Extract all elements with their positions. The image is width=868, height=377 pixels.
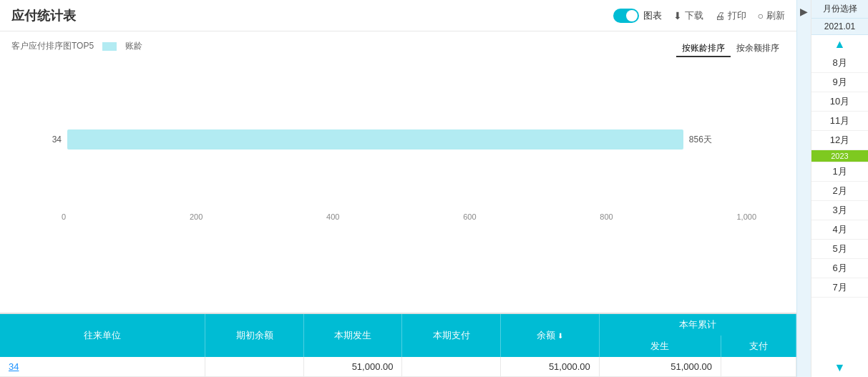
sidebar-toggle-arrow[interactable]: ▶: [796, 0, 811, 377]
x-tick-600: 600: [463, 212, 476, 221]
chart-legend: 客户应付排序图TOP5 账龄: [11, 40, 142, 52]
cell-balance: 51,000.00: [501, 357, 600, 377]
table-section: 往来单位 期初余额 本期发生 本期支付 余额 ⬇ 本年累计 发生 支付: [0, 313, 796, 377]
bar-fill: [67, 129, 683, 150]
print-label: 打印: [728, 9, 746, 22]
legend-label: 客户应付排序图TOP5: [11, 40, 94, 52]
month-down-button[interactable]: ▼: [833, 360, 847, 376]
table-row: 34 51,000.00 51,000.00 51,000.00: [0, 357, 796, 377]
download-label: 下载: [685, 9, 703, 22]
month-item[interactable]: 11月: [811, 112, 868, 131]
x-tick-1000: 1,000: [736, 212, 756, 221]
refresh-icon: ○: [758, 10, 764, 21]
bar-y-label: 34: [40, 134, 62, 145]
legend-box: [102, 42, 117, 51]
cell-vendor[interactable]: 34: [0, 357, 205, 377]
sidebar-nav-down: ▼: [811, 358, 868, 377]
x-tick-800: 800: [600, 212, 613, 221]
month-up-button[interactable]: ▲: [833, 36, 847, 52]
refresh-label: 刷新: [766, 9, 785, 22]
month-item[interactable]: 9月: [811, 73, 868, 92]
chart-toggle[interactable]: [613, 9, 639, 23]
col-vendor: 往来单位: [0, 314, 205, 357]
sidebar-nav-up: ▲: [811, 35, 868, 54]
chart-header-row: 客户应付排序图TOP5 账龄 按账龄排序 按余额排序: [11, 40, 785, 58]
month-item[interactable]: 4月: [811, 220, 868, 240]
table-wrapper: 往来单位 期初余额 本期发生 本期支付 余额 ⬇ 本年累计 发生 支付: [0, 314, 796, 377]
bar-track: 34 856天 0 200 400 600 800 1,000: [40, 85, 756, 221]
data-table: 往来单位 期初余额 本期发生 本期支付 余额 ⬇ 本年累计 发生 支付: [0, 314, 796, 377]
x-tick-200: 200: [190, 212, 203, 221]
print-icon: 🖨: [715, 10, 725, 21]
month-item[interactable]: 12月: [811, 131, 868, 150]
download-button[interactable]: ⬇ 下载: [673, 9, 703, 22]
sort-by-amount-button[interactable]: 按余额排序: [731, 41, 785, 57]
chart-area: 客户应付排序图TOP5 账龄 按账龄排序 按余额排序 34 856天 0: [0, 31, 796, 313]
bar-chart: 34 856天 0 200 400 600 800 1,000: [11, 64, 785, 250]
chart-toggle-wrapper: 图表: [613, 9, 662, 23]
download-icon: ⬇: [673, 10, 682, 21]
refresh-button[interactable]: ○ 刷新: [758, 9, 785, 22]
col-current-occur: 本期发生: [303, 314, 402, 357]
month-item[interactable]: 3月: [811, 201, 868, 220]
bar-row: 34 856天: [40, 129, 756, 150]
balance-icon: ⬇: [557, 332, 563, 340]
x-tick-400: 400: [326, 212, 339, 221]
col-balance: 余额 ⬇: [501, 314, 600, 357]
sidebar: 月份选择 2021.01 ▲ 8月9月10月11月12月20231月2月3月4月…: [811, 0, 868, 377]
col-opening: 期初余额: [205, 314, 304, 357]
month-item[interactable]: 10月: [811, 92, 868, 112]
cell-opening: [205, 357, 304, 377]
chart-sort-buttons: 按账龄排序 按余额排序: [676, 41, 785, 57]
cell-ytd-occur: 51,000.00: [599, 357, 721, 377]
sort-by-balance-button[interactable]: 按账龄排序: [676, 41, 731, 57]
month-item[interactable]: 2月: [811, 182, 868, 201]
x-tick-0: 0: [62, 212, 66, 221]
month-list: 8月9月10月11月12月20231月2月3月4月5月6月7月: [811, 54, 868, 358]
page-title: 应付统计表: [11, 7, 76, 24]
cell-current-occur: 51,000.00: [303, 357, 402, 377]
cell-current-pay: [402, 357, 501, 377]
month-item[interactable]: 8月: [811, 54, 868, 73]
col-ytd-occur: 发生: [599, 336, 721, 357]
month-item[interactable]: 7月: [811, 278, 868, 298]
main-content: 应付统计表 图表 ⬇ 下载 🖨 打印 ○ 刷新 客户应付排序图TOP5: [0, 0, 796, 377]
month-item[interactable]: 5月: [811, 240, 868, 259]
x-axis: 0 200 400 600 800 1,000: [62, 212, 756, 221]
month-item[interactable]: 6月: [811, 259, 868, 278]
sidebar-container: ▶ 月份选择 2021.01 ▲ 8月9月10月11月12月20231月2月3月…: [796, 0, 868, 377]
col-current-pay: 本期支付: [402, 314, 501, 357]
col-ytd: 本年累计: [599, 314, 796, 336]
legend-box-label: 账龄: [125, 40, 142, 52]
col-ytd-pay: 支付: [721, 336, 796, 357]
chart-toggle-label: 图表: [643, 9, 662, 22]
cell-ytd-pay: [721, 357, 796, 377]
header: 应付统计表 图表 ⬇ 下载 🖨 打印 ○ 刷新: [0, 0, 796, 31]
print-button[interactable]: 🖨 打印: [715, 9, 746, 22]
bar-days-label: 856天: [689, 134, 712, 146]
sidebar-current-date: 2021.01: [811, 19, 868, 35]
header-actions: 图表 ⬇ 下载 🖨 打印 ○ 刷新: [613, 9, 785, 23]
month-item[interactable]: 2023: [811, 150, 868, 162]
month-item[interactable]: 1月: [811, 162, 868, 182]
sidebar-title: 月份选择: [811, 0, 868, 19]
